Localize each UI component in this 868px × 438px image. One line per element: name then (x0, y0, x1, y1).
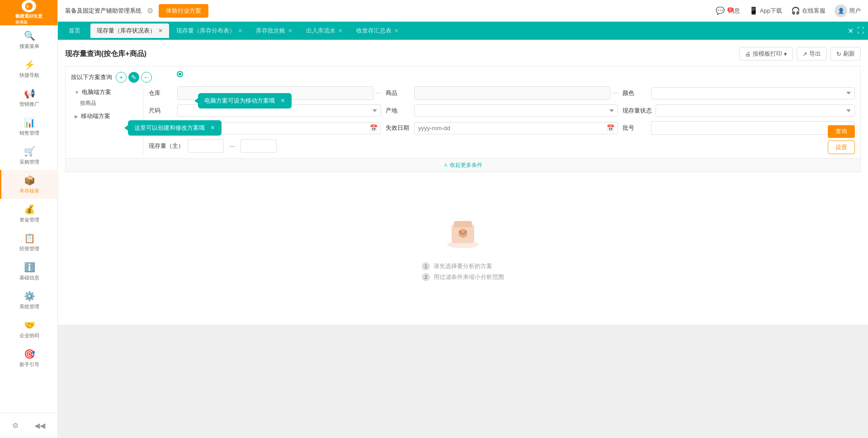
operation-icon: 📋 (24, 233, 35, 244)
tab-fullscreen-icon[interactable]: ⛶ (857, 27, 864, 35)
origin-label: 产地 (386, 107, 410, 115)
print-btn[interactable]: 🖨 按模板打印 ▾ (739, 47, 793, 61)
tab-close-inventory-status[interactable]: ✕ (158, 28, 163, 34)
industry-btn[interactable]: 体验行业方案 (159, 4, 208, 18)
expire-date-field: 失效日期 📅 (386, 121, 618, 135)
tab-close-summary[interactable]: ✕ (394, 28, 399, 34)
tooltip-edit-scheme: 这里可以创建和修改方案哦 ✕ (128, 120, 222, 136)
print-icon: 🖨 (745, 51, 751, 57)
app-download-label: App下载 (760, 7, 782, 15)
tooltip2-close[interactable]: ✕ (210, 124, 215, 131)
sidebar-nav: 🔍 搜索菜单 ⚡ 快捷导航 📢 营销推广 📊 销售管理 🛒 采购管理 📦 库存核… (0, 25, 57, 413)
sidebar-item-operation[interactable]: 📋 经营管理 (0, 228, 57, 257)
logo-icon: 6 (22, 0, 36, 12)
add-scheme-btn[interactable]: + (116, 72, 127, 83)
tab-close-all-icon[interactable]: ✕ (848, 27, 854, 35)
tooltip1-close[interactable]: ✕ (280, 97, 285, 104)
expand-arrow-icon-2: ▶ (75, 114, 78, 119)
tab-summary[interactable]: 收发存汇总表 ✕ (350, 24, 405, 38)
expand-arrow-icon: ▼ (75, 90, 79, 95)
sidebar-item-guide[interactable]: 🎯 新手引导 (0, 344, 57, 372)
logo-text: 畅捷通好生意 标准版 (15, 13, 42, 25)
sidebar-item-inventory[interactable]: 📦 库存核算 (0, 170, 57, 199)
goods-dots[interactable]: ··· (612, 89, 618, 97)
sub-item-1[interactable]: 按商品 (71, 98, 137, 108)
tip-num-1: 1 (422, 262, 430, 270)
edit-scheme-btn[interactable]: ✎ (128, 72, 139, 83)
topbar-settings-icon[interactable]: ⚙ (147, 6, 153, 15)
topbar-left: 装备及固定资产辅助管理系统 ⚙ 体验行业方案 (65, 4, 208, 18)
goods-input[interactable] (414, 86, 610, 100)
content: 现存量查询(按仓库+商品) 🖨 按模板打印 ▾ ↗ 导出 ↻ 刷新 (58, 40, 868, 438)
collapse-bar[interactable]: ∧ 收起更多条件 (66, 158, 860, 172)
settings-bottom-icon[interactable]: ⚙ (12, 421, 19, 430)
tab-close-batch[interactable]: ✕ (288, 28, 292, 34)
desktop-scheme-item[interactable]: ▼ 电脑端方案 (71, 86, 137, 98)
tab-batch-label: 库存批次账 (256, 27, 285, 35)
origin-field: 产地 (386, 104, 618, 117)
logo: 6 畅捷通好生意 标准版 (0, 0, 57, 25)
mobile-scheme-item[interactable]: ▶ 移动端方案 (71, 110, 137, 122)
expire-date-input[interactable] (414, 122, 618, 134)
sidebar-item-purchase[interactable]: 🛒 采购管理 (0, 141, 57, 170)
batch-input[interactable] (651, 121, 855, 135)
tab-home[interactable]: 首页 (60, 24, 90, 38)
sidebar-item-marketing[interactable]: 📢 营销推广 (0, 83, 57, 112)
tab-close-flow[interactable]: ✕ (338, 28, 343, 34)
sidebar-item-finance[interactable]: 💰 资金管理 (0, 199, 57, 228)
expire-date-label: 失效日期 (386, 124, 410, 132)
color-select[interactable] (651, 87, 855, 99)
message-badge: 6 (727, 7, 734, 12)
stock-main-max[interactable] (241, 139, 277, 153)
empty-tip-2: 2 用过滤条件来缩小分析范围 (422, 273, 504, 281)
tip-text-2: 用过滤条件来缩小分析范围 (434, 273, 504, 281)
prod-date-calendar-icon: 📅 (370, 124, 377, 132)
tab-inventory-status[interactable]: 现存量（库存状况表） ✕ (90, 24, 169, 38)
size-label: 尺码 (149, 107, 174, 115)
app-download-action[interactable]: 📱 App下载 (749, 6, 782, 15)
svg-point-6 (459, 231, 461, 232)
tab-close-inventory-dist[interactable]: ✕ (238, 28, 242, 34)
sidebar-item-basic[interactable]: ℹ️ 基础信息 (0, 257, 57, 286)
query-btn[interactable]: 查询 (828, 125, 855, 138)
tip-text-1: 请先选择要分析的方案 (434, 262, 492, 270)
tab-batch[interactable]: 库存批次账 ✕ (250, 24, 299, 38)
topbar: 装备及固定资产辅助管理系统 ⚙ 体验行业方案 💬 6 消息 📱 App下载 🎧 … (58, 0, 868, 22)
collapse-icon[interactable]: ◀◀ (34, 421, 45, 430)
filter-area: 按以下方案查询 + ✎ ← ▼ 电脑端方案 (65, 66, 861, 172)
tab-home-label: 首页 (69, 27, 80, 35)
empty-icon (440, 208, 486, 255)
stock-status-select[interactable] (656, 104, 855, 117)
sidebar-item-system[interactable]: ⚙️ 系统管理 (0, 286, 57, 315)
chevron-down-icon: ▾ (784, 51, 787, 57)
origin-select[interactable] (414, 104, 618, 117)
reset-btn[interactable]: 设置 (828, 141, 855, 154)
warehouse-dots[interactable]: ··· (375, 89, 381, 97)
batch-label: 批号 (623, 124, 647, 132)
sidebar-item-sales[interactable]: 📊 销售管理 (0, 112, 57, 141)
export-btn[interactable]: ↗ 导出 (797, 47, 827, 61)
message-action[interactable]: 💬 6 消息 (716, 6, 740, 15)
svg-rect-4 (454, 221, 472, 227)
filter-controls: + ✎ ← (116, 72, 152, 83)
headset-icon: 🎧 (791, 6, 800, 15)
refresh-btn[interactable]: ↻ 刷新 (830, 47, 861, 61)
avatar: 👤 (835, 5, 847, 17)
svg-point-5 (458, 229, 467, 238)
online-service-action[interactable]: 🎧 在线客服 (791, 6, 826, 15)
goods-label: 商品 (386, 89, 410, 97)
inventory-icon: 📦 (24, 175, 35, 186)
arrow-scheme-btn[interactable]: ← (141, 72, 152, 83)
sidebar-item-quick[interactable]: ⚡ 快捷导航 (0, 54, 57, 83)
tab-inventory-dist[interactable]: 现存量（库存分布表） ✕ (170, 24, 249, 38)
tab-flow[interactable]: 出入库流水 ✕ (300, 24, 349, 38)
stock-main-min[interactable] (188, 139, 224, 153)
dot-indicator (178, 72, 182, 76)
sidebar-item-enterprise[interactable]: 🤝 企业协同 (0, 315, 57, 344)
tooltip2-text: 这里可以创建和修改方案哦 (134, 124, 205, 131)
sidebar-item-search[interactable]: 🔍 搜索菜单 (0, 25, 57, 54)
topbar-right: 💬 6 消息 📱 App下载 🎧 在线客服 👤 用户 (716, 5, 861, 17)
finance-icon: 💰 (24, 204, 35, 215)
user-action[interactable]: 👤 用户 (835, 5, 861, 17)
tab-inventory-dist-label: 现存量（库存分布表） (176, 27, 235, 35)
